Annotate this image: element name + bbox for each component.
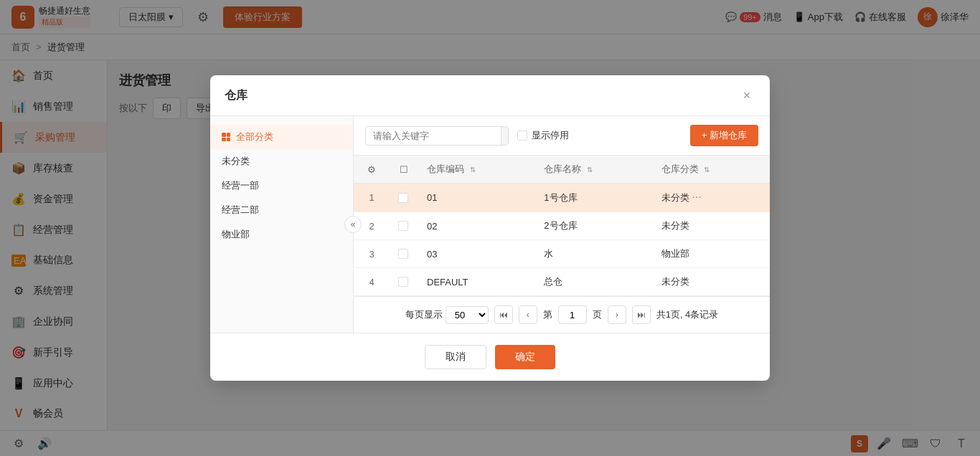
row-category: 未分类 ···: [653, 184, 770, 212]
warehouse-table: ⚙ ☐ 仓库编码 ⇅ 仓库名称 ⇅ 仓库分类 ⇅ 1 01: [354, 156, 770, 296]
row-checkbox[interactable]: [390, 212, 418, 240]
category-op1[interactable]: 经营一部: [210, 174, 353, 198]
row-more-icon[interactable]: ···: [692, 191, 701, 203]
col-category[interactable]: 仓库分类 ⇅: [653, 156, 770, 184]
sort-category-icon[interactable]: ⇅: [704, 166, 710, 174]
cancel-button[interactable]: 取消: [425, 345, 486, 369]
row-index: 1: [354, 184, 390, 212]
table-row[interactable]: 3 03 水 物业部 ···: [354, 240, 770, 268]
row-name: 1号仓库: [535, 184, 652, 212]
table-row[interactable]: 1 01 1号仓库 未分类 ···: [354, 184, 770, 212]
last-page-button[interactable]: ⏭: [632, 305, 651, 324]
pagination-bar: 每页显示 50 100 200 ⏮ ‹ 第 页 › ⏭ 共1页, 4条记录: [354, 296, 770, 333]
search-input[interactable]: [366, 127, 501, 145]
row-code: 03: [418, 240, 535, 268]
row-code: DEFAULT: [418, 268, 535, 296]
per-page-select: 每页显示 50 100 200: [405, 306, 489, 324]
sort-code-icon[interactable]: ⇅: [470, 166, 476, 174]
collapse-button[interactable]: «: [344, 216, 362, 233]
row-select-checkbox[interactable]: [398, 221, 408, 231]
category-none-label: 未分类: [222, 155, 250, 168]
next-page-button[interactable]: ›: [608, 305, 626, 324]
row-index: 4: [354, 268, 390, 296]
per-page-dropdown[interactable]: 50 100 200: [446, 306, 489, 324]
category-all[interactable]: 全部分类: [210, 125, 353, 149]
row-select-checkbox[interactable]: [398, 193, 408, 203]
per-page-label: 每页显示: [405, 308, 443, 321]
table-container: ⚙ ☐ 仓库编码 ⇅ 仓库名称 ⇅ 仓库分类 ⇅ 1 01: [354, 156, 770, 296]
row-checkbox[interactable]: [390, 268, 418, 296]
row-code: 01: [418, 184, 535, 212]
first-page-button[interactable]: ⏮: [494, 305, 513, 324]
col-code[interactable]: 仓库编码 ⇅: [418, 156, 535, 184]
col-settings[interactable]: ⚙: [354, 156, 390, 184]
dialog-header: 仓库 ×: [210, 75, 770, 116]
row-index: 3: [354, 240, 390, 268]
dialog-close-button[interactable]: ×: [738, 87, 755, 104]
show-disabled-toggle[interactable]: 显示停用: [517, 129, 569, 142]
page-summary: 共1页, 4条记录: [656, 308, 719, 321]
category-op2[interactable]: 经营二部: [210, 198, 353, 222]
show-disabled-checkbox[interactable]: [517, 130, 527, 141]
col-name[interactable]: 仓库名称 ⇅: [535, 156, 652, 184]
dialog-body: « 全部分类 未分类 经营一部 经营二部: [210, 116, 770, 333]
category-op2-label: 经营二部: [222, 204, 259, 217]
category-none[interactable]: 未分类: [210, 149, 353, 174]
page-label: 第: [543, 308, 552, 321]
row-category: 物业部 ···: [653, 240, 770, 268]
page-number-input[interactable]: [558, 305, 587, 324]
row-select-checkbox[interactable]: [398, 277, 408, 287]
dialog-title: 仓库: [225, 88, 248, 103]
category-prop[interactable]: 物业部: [210, 222, 353, 247]
row-code: 02: [418, 212, 535, 240]
table-row[interactable]: 2 02 2号仓库 未分类 ···: [354, 212, 770, 240]
right-toolbar: 🔍 显示停用 + 新增仓库: [354, 116, 770, 156]
dialog-footer: 取消 确定: [210, 333, 770, 381]
search-box: 🔍: [365, 126, 509, 146]
page-suffix: 页: [593, 308, 602, 321]
category-all-label: 全部分类: [236, 130, 273, 143]
right-panel: 🔍 显示停用 + 新增仓库 ⚙: [354, 116, 770, 333]
search-button[interactable]: 🔍: [501, 127, 509, 145]
table-row[interactable]: 4 DEFAULT 总仓 未分类 ···: [354, 268, 770, 296]
row-select-checkbox[interactable]: [398, 249, 408, 259]
prev-page-button[interactable]: ‹: [519, 305, 537, 324]
row-name: 总仓: [535, 268, 652, 296]
row-name: 水: [535, 240, 652, 268]
category-prop-label: 物业部: [222, 228, 250, 241]
row-name: 2号仓库: [535, 212, 652, 240]
dialog-overlay: 仓库 × « 全部分类 未分类: [0, 0, 980, 456]
category-op1-label: 经营一部: [222, 179, 259, 192]
warehouse-dialog: 仓库 × « 全部分类 未分类: [210, 75, 770, 381]
grid-icon: [222, 133, 230, 141]
confirm-button[interactable]: 确定: [495, 345, 555, 369]
row-checkbox[interactable]: [390, 184, 418, 212]
category-panel: « 全部分类 未分类 经营一部 经营二部: [210, 116, 354, 333]
row-checkbox[interactable]: [390, 240, 418, 268]
show-disabled-label: 显示停用: [532, 129, 569, 142]
row-category: 未分类 ···: [653, 268, 770, 296]
sort-name-icon[interactable]: ⇅: [587, 166, 593, 174]
row-category: 未分类 ···: [653, 212, 770, 240]
col-checkbox[interactable]: ☐: [390, 156, 418, 184]
add-warehouse-button[interactable]: + 新增仓库: [690, 125, 758, 146]
